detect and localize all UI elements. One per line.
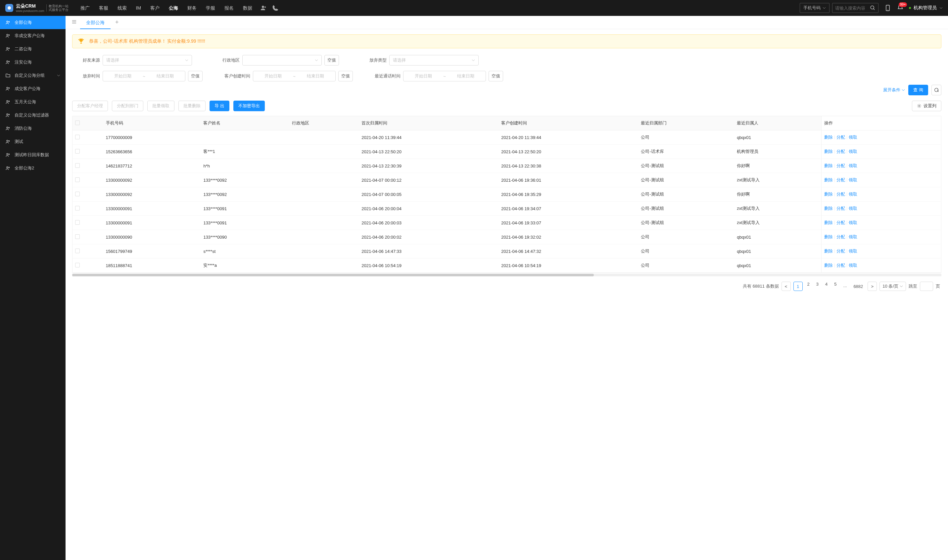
topmenu-item-9[interactable]: 数据 (239, 0, 256, 16)
delete-link[interactable]: 删除 (824, 220, 833, 226)
assign-link[interactable]: 分配 (836, 191, 845, 197)
sidebar-item-4[interactable]: 自定义公海分组 (0, 69, 66, 82)
select-region[interactable] (242, 55, 322, 66)
delete-link[interactable]: 删除 (824, 149, 833, 155)
search-input[interactable] (835, 6, 870, 11)
logo[interactable]: 云朵CRM www.yunduocrm.com 教育机构一站 式服务云平台 (5, 3, 69, 12)
row-checkbox[interactable] (75, 135, 80, 139)
topmenu-item-0[interactable]: 推广 (77, 0, 94, 16)
claim-link[interactable]: 领取 (849, 163, 857, 169)
next-page[interactable]: > (868, 282, 877, 291)
claim-link[interactable]: 领取 (849, 248, 857, 254)
row-checkbox[interactable] (75, 263, 80, 268)
sidebar-item-6[interactable]: 五月天公海 (0, 95, 66, 109)
add-user-icon[interactable] (260, 5, 267, 11)
sidebar-item-11[interactable]: 全部公海2 (0, 162, 66, 175)
select-abandon-type[interactable]: 请选择 (389, 55, 479, 66)
row-checkbox[interactable] (75, 177, 80, 182)
topmenu-item-7[interactable]: 学服 (202, 0, 219, 16)
create-time-null-button[interactable]: 空值 (338, 71, 353, 82)
page-3[interactable]: 3 (814, 282, 820, 291)
delete-link[interactable]: 删除 (824, 248, 833, 254)
plain-export-button[interactable]: 不加密导出 (233, 101, 265, 111)
tab-add[interactable]: + (111, 19, 123, 26)
sidebar-item-10[interactable]: 测试昨日回库数据 (0, 148, 66, 162)
region-null-button[interactable]: 空值 (325, 55, 339, 66)
topmenu-item-6[interactable]: 财务 (183, 0, 201, 16)
page-ellipsis[interactable]: ··· (842, 284, 849, 289)
sidebar-item-3[interactable]: 注安公海 (0, 55, 66, 69)
sidebar-item-8[interactable]: 消防公海 (0, 122, 66, 135)
claim-link[interactable]: 领取 (849, 234, 857, 240)
topmenu-item-3[interactable]: IM (132, 0, 145, 16)
claim-link[interactable]: 领取 (849, 149, 857, 155)
tab-list-toggle[interactable] (68, 19, 80, 26)
search-type-select[interactable]: 手机号码 (800, 3, 830, 13)
sidebar-item-1[interactable]: 非成交客户公海 (0, 29, 66, 42)
user-menu[interactable]: 机构管理员 (909, 5, 943, 11)
page-1[interactable]: 1 (793, 282, 803, 291)
batch-claim-button[interactable]: 批量领取 (147, 101, 174, 111)
refresh-button[interactable] (931, 85, 941, 95)
topmenu-item-4[interactable]: 客户 (146, 0, 163, 16)
sidebar-item-9[interactable]: 测试 (0, 135, 66, 148)
delete-link[interactable]: 删除 (824, 263, 833, 268)
topmenu-item-8[interactable]: 报名 (220, 0, 238, 16)
row-checkbox[interactable] (75, 249, 80, 253)
delete-link[interactable]: 删除 (824, 234, 833, 240)
assign-manager-button[interactable]: 分配客户经理 (72, 101, 108, 111)
row-checkbox[interactable] (75, 192, 80, 196)
sidebar-item-0[interactable]: 全部公海 (0, 16, 66, 29)
delete-link[interactable]: 删除 (824, 206, 833, 211)
export-button[interactable]: 导 出 (209, 101, 229, 111)
row-checkbox[interactable] (75, 234, 80, 239)
claim-link[interactable]: 领取 (849, 220, 857, 226)
topmenu-item-1[interactable]: 客服 (95, 0, 112, 16)
prev-page[interactable]: < (782, 282, 791, 291)
phone-icon[interactable] (272, 5, 279, 11)
assign-link[interactable]: 分配 (836, 234, 845, 240)
page-4[interactable]: 4 (823, 282, 830, 291)
row-checkbox[interactable] (75, 220, 80, 225)
delete-link[interactable]: 删除 (824, 191, 833, 197)
horizontal-scrollbar[interactable] (72, 274, 941, 276)
tab-all-pool[interactable]: 全部公海 (80, 16, 111, 29)
batch-delete-button[interactable]: 批量删除 (179, 101, 206, 111)
assign-link[interactable]: 分配 (836, 163, 845, 169)
topmenu-item-2[interactable]: 线索 (114, 0, 131, 16)
sidebar-item-7[interactable]: 自定义公海过滤器 (0, 109, 66, 122)
page-5[interactable]: 5 (832, 282, 839, 291)
delete-link[interactable]: 删除 (824, 163, 833, 169)
sidebar-item-5[interactable]: 成交客户公海 (0, 82, 66, 95)
assign-link[interactable]: 分配 (836, 248, 845, 254)
claim-link[interactable]: 领取 (849, 191, 857, 197)
expand-filters-link[interactable]: 展开条件 (883, 87, 905, 93)
columns-button[interactable]: 设置列 (912, 101, 941, 111)
assign-link[interactable]: 分配 (836, 177, 845, 183)
sidebar-item-2[interactable]: 二咨公海 (0, 42, 66, 55)
assign-dept-button[interactable]: 分配到部门 (112, 101, 143, 111)
claim-link[interactable]: 领取 (849, 134, 857, 140)
assign-link[interactable]: 分配 (836, 263, 845, 268)
last-page[interactable]: 6882 (851, 284, 865, 289)
last-call-null-button[interactable]: 空值 (489, 71, 503, 82)
range-abandon-time[interactable]: 开始日期~结束日期 (103, 71, 185, 82)
assign-link[interactable]: 分配 (836, 134, 845, 140)
page-2[interactable]: 2 (805, 282, 812, 291)
device-icon[interactable] (885, 5, 891, 11)
jump-input[interactable] (920, 282, 933, 291)
select-source[interactable]: 请选择 (103, 55, 192, 66)
claim-link[interactable]: 领取 (849, 263, 857, 268)
delete-link[interactable]: 删除 (824, 177, 833, 183)
range-create-time[interactable]: 开始日期~结束日期 (253, 71, 335, 82)
row-checkbox[interactable] (75, 163, 80, 168)
select-all-checkbox[interactable] (75, 120, 80, 125)
delete-link[interactable]: 删除 (824, 134, 833, 140)
query-button[interactable]: 查 询 (908, 85, 928, 95)
claim-link[interactable]: 领取 (849, 177, 857, 183)
assign-link[interactable]: 分配 (836, 149, 845, 155)
search-icon[interactable] (870, 5, 876, 11)
assign-link[interactable]: 分配 (836, 220, 845, 226)
per-page-select[interactable]: 10 条/页 (879, 282, 906, 291)
claim-link[interactable]: 领取 (849, 206, 857, 211)
